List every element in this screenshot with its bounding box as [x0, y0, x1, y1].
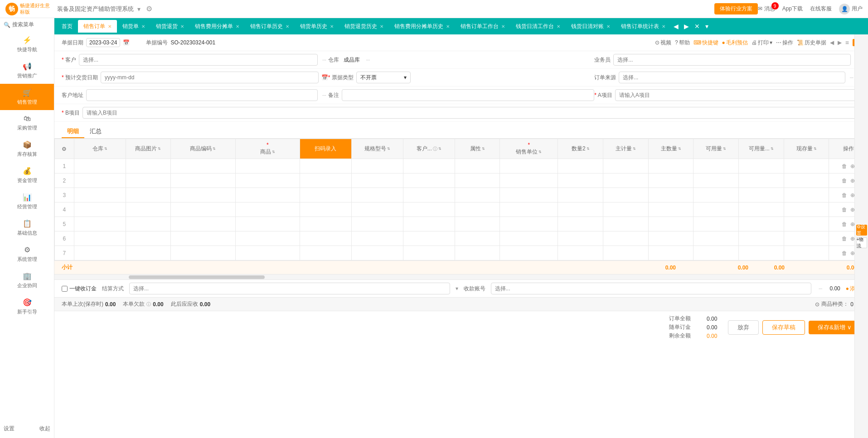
settings-float-btn[interactable]: ⚙设置 [856, 225, 867, 236]
row3-unit[interactable] [500, 188, 558, 202]
tab-invoice-history[interactable]: 销货单历史 ✕ [295, 20, 339, 33]
row1-scan[interactable] [300, 159, 352, 173]
row3-spec[interactable] [351, 188, 403, 202]
warehouse-dots[interactable]: ··· [364, 58, 372, 63]
row7-spec[interactable] [351, 246, 403, 260]
th-available2[interactable]: 可用量...⇅ [739, 139, 784, 159]
account-input[interactable] [491, 283, 812, 294]
customer-input[interactable] [79, 54, 318, 66]
sidebar-item-finance[interactable]: 💰 资金管理 [0, 162, 54, 188]
view-btn[interactable]: ⊙ 视频 [655, 39, 671, 47]
tab-order-workbench[interactable]: 销售订单工作台 ✕ [455, 20, 510, 33]
row1-current[interactable] [784, 159, 829, 173]
tab-order-history[interactable]: 销售订单历史 ✕ [245, 20, 295, 33]
row3-main-unit[interactable] [603, 188, 649, 202]
tab-order-stats[interactable]: 销售订单统计表 ✕ [616, 20, 671, 33]
row4-scan[interactable] [300, 202, 352, 217]
row2-current[interactable] [784, 173, 829, 188]
row3-available2[interactable] [739, 188, 784, 202]
save-new-button[interactable]: 保存&新增 ∨ [809, 321, 861, 334]
row2-delete-icon[interactable]: 🗑 [842, 178, 847, 184]
row4-qty2[interactable] [558, 202, 603, 217]
tab-sales-order-close[interactable]: ✕ [108, 24, 112, 29]
row1-image[interactable] [126, 159, 171, 173]
save-draft-button[interactable]: 保存草稿 [762, 320, 805, 335]
sidebar-item-enterprise[interactable]: 🏢 企业协同 [0, 267, 54, 294]
payment-dropdown[interactable]: ▾ [456, 285, 458, 292]
th-product[interactable]: 商品⇅ [235, 139, 300, 159]
tab-expense-history[interactable]: 销售费用分摊单历史 ✕ [389, 20, 455, 33]
row6-current[interactable] [784, 231, 829, 246]
row1-available2[interactable] [739, 159, 784, 173]
sidebar-item-quicknav[interactable]: ⚡ 快捷导航 [0, 31, 54, 58]
row7-available2[interactable] [739, 246, 784, 260]
shortcut-btn[interactable]: ⌨ 快捷键 [693, 39, 718, 47]
settings-icon[interactable]: ⚙ [146, 5, 152, 13]
row2-attribute[interactable] [455, 173, 500, 188]
row3-product[interactable] [235, 188, 300, 202]
row3-delete-icon[interactable]: 🗑 [842, 192, 847, 198]
print-dropdown[interactable]: ▾ [770, 39, 772, 46]
scroll-thumb[interactable] [129, 275, 265, 279]
row5-product[interactable] [235, 217, 300, 231]
row4-spec[interactable] [351, 202, 403, 217]
row5-customer-code[interactable] [403, 217, 455, 231]
row7-attribute[interactable] [455, 246, 500, 260]
tab-sales-invoice-close[interactable]: ✕ [141, 24, 145, 29]
row1-code[interactable] [171, 159, 235, 173]
tab-home[interactable]: 首页 [56, 20, 78, 33]
row1-qty2[interactable] [558, 159, 603, 173]
row5-available2[interactable] [739, 217, 784, 231]
row6-main-unit[interactable] [603, 231, 649, 246]
th-scan[interactable]: 扫码录入 [300, 139, 352, 159]
row2-warehouse[interactable] [74, 173, 126, 188]
tab-daily-workbench[interactable]: 钱货日清工作台 ✕ [510, 20, 566, 33]
row1-delete-icon[interactable]: 🗑 [842, 163, 847, 169]
sidebar-item-marketing[interactable]: 📢 营销推广 [0, 58, 54, 84]
row6-main-qty[interactable] [648, 231, 693, 246]
row1-customer-code[interactable] [403, 159, 455, 173]
row6-warehouse[interactable] [74, 231, 126, 246]
discard-button[interactable]: 放弃 [728, 320, 759, 335]
th-unit[interactable]: 销售单位⇅ [500, 139, 558, 159]
row6-unit[interactable] [500, 231, 558, 246]
scroll-bar-area[interactable] [54, 274, 868, 279]
user-area[interactable]: 👤 用户 [839, 4, 863, 14]
row3-available[interactable] [693, 188, 739, 202]
operation-btn[interactable]: ⋯ 操作 [776, 39, 793, 47]
th-qty2[interactable]: 数量2⇅ [558, 139, 603, 159]
row4-customer-code[interactable] [403, 202, 455, 217]
delivery-input[interactable] [101, 72, 319, 83]
row7-image[interactable] [126, 246, 171, 260]
sidebar-item-operations[interactable]: 📊 经营管理 [0, 188, 54, 215]
th-customer-code[interactable]: 客户... ⓘ⇅ [403, 139, 455, 159]
row6-available2[interactable] [739, 231, 784, 246]
tab-sales-invoice[interactable]: 销货单 ✕ [117, 20, 150, 33]
row7-code[interactable] [171, 246, 235, 260]
row3-attribute[interactable] [455, 188, 500, 202]
tab-sales-return[interactable]: 销货退货 ✕ [150, 20, 189, 33]
payment-input[interactable] [129, 283, 450, 294]
notification-area[interactable]: ✉ 9 消息 [758, 5, 775, 13]
row7-product[interactable] [235, 246, 300, 260]
row2-customer-code[interactable] [403, 173, 455, 188]
row2-code[interactable] [171, 173, 235, 188]
tab-sales-return-close[interactable]: ✕ [180, 24, 184, 29]
sidebar-item-system[interactable]: ⚙ 系统管理 [0, 241, 54, 267]
row6-scan[interactable] [300, 231, 352, 246]
row6-customer-code[interactable] [403, 231, 455, 246]
row2-main-unit[interactable] [603, 173, 649, 188]
print-btn[interactable]: 🖨 打印 ▾ [752, 39, 772, 47]
th-warehouse[interactable]: 仓库⇅ [74, 139, 126, 159]
row2-main-qty[interactable] [648, 173, 693, 188]
row4-warehouse[interactable] [74, 202, 126, 217]
history-btn[interactable]: 📜 历史单据 [797, 39, 826, 47]
row6-product[interactable] [235, 231, 300, 246]
row5-main-unit[interactable] [603, 217, 649, 231]
a-project-input[interactable] [615, 89, 861, 101]
row7-warehouse[interactable] [74, 246, 126, 260]
nav-prev-icon[interactable]: ◀ [830, 39, 834, 46]
tab-expense-history-close[interactable]: ✕ [446, 24, 450, 29]
row2-qty2[interactable] [558, 173, 603, 188]
th-attribute[interactable]: 属性⇅ [455, 139, 500, 159]
